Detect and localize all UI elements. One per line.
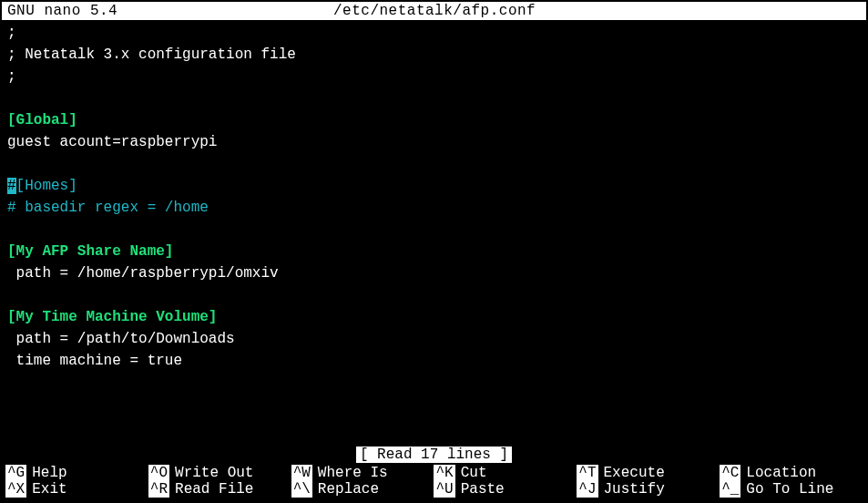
text-segment: [Global] <box>7 112 77 128</box>
text-segment: ; <box>7 25 16 41</box>
editor-area[interactable]: ;; Netatalk 3.x configuration file; [Glo… <box>2 20 866 447</box>
shortcut-key: ^C <box>720 465 740 481</box>
shortcut-item[interactable]: ^WWhere Is <box>291 465 434 481</box>
shortcut-bar: ^GHelp^OWrite Out^WWhere Is^KCut^TExecut… <box>2 465 866 501</box>
shortcut-label: Execute <box>604 465 665 481</box>
shortcut-item[interactable]: ^XExit <box>5 481 148 498</box>
shortcut-item[interactable]: ^OWrite Out <box>148 465 291 481</box>
shortcut-key: ^K <box>434 465 454 481</box>
editor-line: ; <box>7 22 861 44</box>
app-name: GNU nano 5.4 <box>7 3 117 19</box>
shortcut-label: Paste <box>461 481 505 498</box>
shortcut-key: ^U <box>434 481 454 498</box>
shortcut-row-2: ^XExit^RRead File^\Replace^UPaste^JJusti… <box>5 481 863 498</box>
shortcut-key: ^\ <box>291 481 312 498</box>
status-bar: [ Read 17 lines ] <box>2 447 866 465</box>
editor-line: [Global] <box>7 109 861 131</box>
editor-line: guest acount=raspberrypi <box>7 131 861 153</box>
text-segment: path = /home/raspberrypi/omxiv <box>7 265 279 282</box>
text-segment: # basedir regex = /home <box>7 200 209 216</box>
shortcut-item[interactable]: ^CLocation <box>720 465 863 481</box>
shortcut-item[interactable]: ^TExecute <box>577 465 720 481</box>
shortcut-label: Read File <box>175 481 253 498</box>
text-segment: [My AFP Share Name] <box>7 243 173 260</box>
shortcut-key: ^_ <box>720 481 740 498</box>
text-segment: guest acount=raspberrypi <box>7 134 217 150</box>
shortcut-item[interactable]: ^RRead File <box>148 481 291 498</box>
text-segment: # <box>7 178 16 194</box>
shortcut-key: ^X <box>5 481 26 498</box>
text-segment: ; Netatalk 3.x configuration file <box>7 46 296 63</box>
editor-line: ; Netatalk 3.x configuration file <box>7 44 861 66</box>
shortcut-label: Exit <box>32 481 66 498</box>
shortcut-label: Cut <box>461 465 487 481</box>
status-text: [ Read 17 lines ] <box>356 447 512 463</box>
text-segment: [My Time Machine Volume] <box>7 309 217 325</box>
editor-line <box>7 284 861 306</box>
shortcut-label: Justify <box>604 481 665 498</box>
shortcut-label: Go To Line <box>746 481 833 498</box>
shortcut-key: ^W <box>291 465 312 481</box>
editor-line: ; <box>7 66 861 87</box>
editor-line: [My Time Machine Volume] <box>7 306 861 328</box>
editor-line: # basedir regex = /home <box>7 197 861 219</box>
shortcut-key: ^R <box>148 481 169 498</box>
text-segment: path = /path/to/Downloads <box>7 331 235 347</box>
title-spacer <box>751 3 861 19</box>
editor-line: path = /home/raspberrypi/omxiv <box>7 262 861 284</box>
shortcut-item[interactable]: ^KCut <box>434 465 577 481</box>
shortcut-key: ^O <box>148 465 169 481</box>
shortcut-item[interactable]: ^UPaste <box>434 481 577 498</box>
file-path: /etc/netatalk/afp.conf <box>117 3 751 19</box>
editor-line: [My AFP Share Name] <box>7 241 861 262</box>
editor-line: #[Homes] <box>7 175 861 197</box>
editor-line <box>7 87 861 109</box>
shortcut-item[interactable]: ^_Go To Line <box>720 481 863 498</box>
shortcut-key: ^T <box>577 465 597 481</box>
shortcut-key: ^J <box>577 481 597 498</box>
title-bar: GNU nano 5.4 /etc/netatalk/afp.conf <box>2 2 866 20</box>
shortcut-row-1: ^GHelp^OWrite Out^WWhere Is^KCut^TExecut… <box>5 465 863 481</box>
editor-line <box>7 153 861 175</box>
text-segment: time machine = true <box>7 353 182 369</box>
editor-line: path = /path/to/Downloads <box>7 328 861 350</box>
shortcut-label: Help <box>32 465 66 481</box>
shortcut-label: Write Out <box>175 465 253 481</box>
shortcut-label: Location <box>746 465 816 481</box>
text-segment: ; <box>7 68 16 85</box>
shortcut-label: Replace <box>318 481 379 498</box>
editor-line <box>7 219 861 241</box>
editor-line: time machine = true <box>7 350 861 372</box>
shortcut-item[interactable]: ^JJustify <box>577 481 720 498</box>
shortcut-item[interactable]: ^\Replace <box>291 481 434 498</box>
shortcut-item[interactable]: ^GHelp <box>5 465 148 481</box>
shortcut-label: Where Is <box>318 465 388 481</box>
text-segment: [Homes] <box>16 178 77 194</box>
shortcut-key: ^G <box>5 465 26 481</box>
